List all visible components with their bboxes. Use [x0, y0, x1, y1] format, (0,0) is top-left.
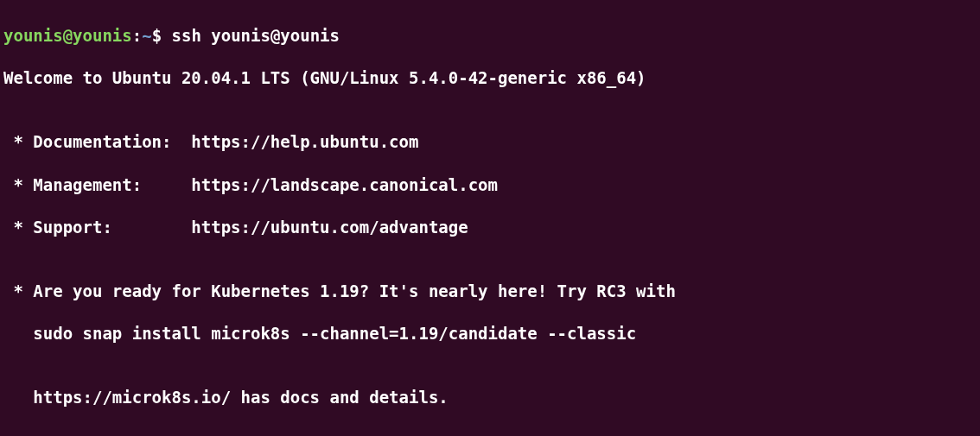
ssh-command: ssh younis@younis — [172, 26, 340, 45]
prompt-host: younis — [73, 26, 132, 45]
k8s-line-2: sudo snap install microk8s --channel=1.1… — [3, 323, 977, 344]
welcome-line: Welcome to Ubuntu 20.04.1 LTS (GNU/Linux… — [3, 67, 977, 89]
k8s-line-1: * Are you ready for Kubernetes 1.19? It'… — [3, 281, 977, 302]
management-line: * Management: https://landscape.canonica… — [3, 174, 977, 196]
prompt-path: ~ — [142, 26, 151, 45]
terminal[interactable]: younis@younis:~$ ssh younis@younis Welco… — [3, 3, 977, 436]
support-line: * Support: https://ubuntu.com/advantage — [3, 217, 977, 238]
documentation-line: * Documentation: https://help.ubuntu.com — [3, 131, 977, 153]
prompt-user: younis — [3, 26, 63, 45]
prompt-at: @ — [63, 26, 73, 45]
prompt-colon: : — [132, 26, 142, 45]
prompt-line-1: younis@younis:~$ ssh younis@younis — [3, 25, 977, 47]
k8s-line-3: https://microk8s.io/ has docs and detail… — [3, 387, 977, 408]
prompt-dollar: $ — [152, 26, 172, 45]
